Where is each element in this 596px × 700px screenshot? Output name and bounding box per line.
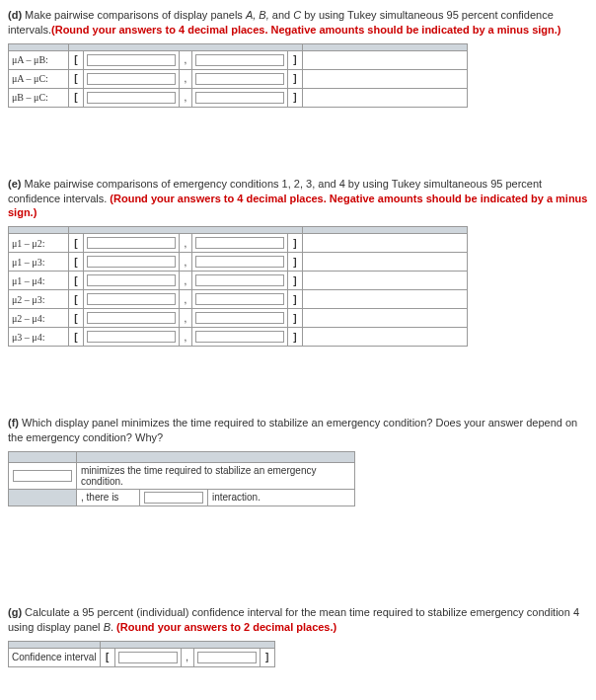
row-label: μA – μC:: [9, 69, 69, 88]
lower-bound-input[interactable]: [87, 73, 176, 85]
part-d-table: μA – μB: [ , ] μA – μC: [ , ] μB – μC: […: [8, 43, 468, 108]
table-row: μA – μC: [ , ]: [9, 69, 468, 88]
table-row: μB – μC: [ , ]: [9, 88, 468, 107]
table-row: μ1 – μ2: [ , ]: [9, 234, 468, 253]
row-label: μA – μB:: [9, 50, 69, 69]
there-is-text: , there is: [77, 489, 140, 506]
part-d-intro: (d) Make pairwise comparisons of display…: [8, 8, 588, 38]
lower-bound-input[interactable]: [87, 92, 176, 104]
bracket-open: [: [69, 50, 84, 69]
upper-bound-input[interactable]: [195, 54, 284, 66]
table-row: μ1 – μ4: [ , ]: [9, 272, 468, 290]
table-row: μ2 – μ4: [ , ]: [9, 309, 468, 328]
part-d-c: C: [293, 9, 301, 21]
row-label: μB – μC:: [9, 88, 69, 107]
part-d-label: (d): [8, 9, 22, 21]
lower-bound-input[interactable]: [87, 237, 176, 249]
part-g-label: (g): [8, 606, 22, 618]
upper-bound-input[interactable]: [195, 293, 284, 305]
lower-bound-input[interactable]: [87, 293, 176, 305]
part-g-intro: (g) Calculate a 95 percent (individual) …: [8, 605, 588, 635]
comma: ,: [180, 50, 192, 69]
part-e-table: μ1 – μ2: [ , ] μ1 – μ3: [ , ] μ1 – μ4: […: [8, 226, 468, 347]
part-g-b: B: [104, 621, 111, 633]
bracket-close: ]: [288, 50, 303, 69]
upper-bound-input[interactable]: [195, 256, 284, 268]
upper-bound-input[interactable]: [195, 312, 284, 324]
upper-bound-input[interactable]: [195, 331, 284, 343]
part-f-text: Which display panel minimizes the time r…: [8, 417, 577, 443]
table-row: μ1 – μ3: [ , ]: [9, 253, 468, 272]
part-f-intro: (f) Which display panel minimizes the ti…: [8, 416, 588, 445]
lower-bound-input[interactable]: [87, 274, 176, 286]
part-f-label: (f): [8, 417, 19, 428]
upper-bound-input[interactable]: [197, 652, 257, 663]
table-row: Confidence interval [ , ]: [9, 648, 275, 666]
upper-bound-input[interactable]: [195, 237, 284, 249]
part-d-ab: A, B,: [246, 9, 269, 21]
part-d-round: (Round your answers to 4 decimal places.…: [51, 24, 561, 36]
part-g-table: Confidence interval [ , ]: [8, 641, 275, 667]
interaction-text: interaction.: [208, 489, 355, 506]
lower-bound-input[interactable]: [87, 331, 176, 343]
part-f-table: minimizes the time required to stabilize…: [8, 451, 355, 506]
part-d-text1: Make pairwise comparisons of display pan…: [25, 9, 246, 21]
row-label: μ1 – μ2:: [9, 234, 69, 253]
lower-bound-input[interactable]: [118, 652, 178, 663]
upper-bound-input[interactable]: [195, 92, 284, 104]
lower-bound-input[interactable]: [87, 312, 176, 324]
part-g-round: (Round your answers to 2 decimal places.…: [116, 621, 336, 633]
row-label: μ2 – μ3:: [9, 290, 69, 309]
row-label: μ3 – μ4:: [9, 328, 69, 347]
table-row: μA – μB: [ , ]: [9, 50, 468, 69]
row-label: Confidence interval: [9, 648, 101, 666]
table-row: , there is interaction.: [9, 489, 355, 506]
part-e-intro: (e) Make pairwise comparisons of emergen…: [8, 177, 588, 221]
part-e-label: (e): [8, 178, 21, 190]
part-d-text2: and: [269, 9, 293, 21]
lower-bound-input[interactable]: [87, 256, 176, 268]
row-label: μ1 – μ3:: [9, 253, 69, 272]
upper-bound-input[interactable]: [195, 274, 284, 286]
lower-bound-input[interactable]: [87, 54, 176, 66]
minimize-text: minimizes the time required to stabilize…: [77, 462, 355, 489]
table-row: μ2 – μ3: [ , ]: [9, 290, 468, 309]
upper-bound-input[interactable]: [195, 73, 284, 85]
table-row: minimizes the time required to stabilize…: [9, 462, 355, 489]
row-label: μ2 – μ4:: [9, 309, 69, 328]
panel-select-input[interactable]: [13, 470, 72, 482]
table-row: μ3 – μ4: [ , ]: [9, 328, 468, 347]
interaction-select-input[interactable]: [144, 492, 203, 504]
row-label: μ1 – μ4:: [9, 272, 69, 290]
